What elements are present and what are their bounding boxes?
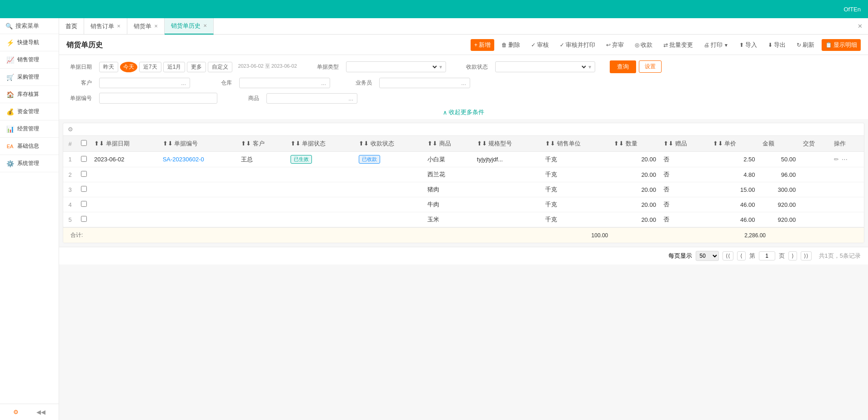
- col-qty: ⬆⬇ 数量: [610, 136, 660, 152]
- date-btn-yesterday[interactable]: 昨天: [99, 62, 118, 72]
- col-num: #: [63, 136, 77, 152]
- sidebar-item-inventory[interactable]: 🏠 库存核算: [0, 86, 59, 103]
- customer-picker-icon[interactable]: ...: [181, 80, 186, 86]
- date-filter-group: 昨天 今天 近7天 近1月 更多 自定义 2023-06-02 至 2023-0…: [99, 62, 297, 72]
- row-doc-status: [287, 167, 356, 182]
- sidebar-item-label: 基础信息: [17, 142, 39, 150]
- doc-type-select-wrapper: ▼: [346, 61, 446, 72]
- payment-status-dropdown-icon: ▼: [587, 65, 592, 70]
- tab-sales-history[interactable]: 销货单历史 ✕: [165, 18, 214, 35]
- col-checkbox: [77, 136, 90, 152]
- row-goods: 西兰花: [424, 167, 473, 182]
- export-button[interactable]: ⬇ 导出: [764, 39, 789, 51]
- close-tab-sales-order[interactable]: ✕: [117, 24, 120, 29]
- date-btn-7days[interactable]: 近7天: [139, 62, 161, 72]
- last-page-button[interactable]: ⟩⟩: [801, 251, 812, 260]
- row-doc-no: [159, 167, 237, 182]
- sales-icon: 📈: [6, 56, 14, 64]
- import-button[interactable]: ⬆ 导入: [736, 39, 761, 51]
- row-goods: 猪肉: [424, 182, 473, 197]
- first-page-button[interactable]: ⟨⟨: [722, 251, 733, 260]
- row-checkbox-cell: [77, 212, 90, 227]
- refresh-icon: ↻: [797, 42, 801, 48]
- doc-type-select[interactable]: [349, 63, 438, 70]
- row-gift: 否: [660, 212, 709, 227]
- doc-no-link[interactable]: SA-20230602-0: [163, 156, 204, 163]
- col-doc-status: ⬆⬇ 单据状态: [287, 136, 356, 152]
- more-icon[interactable]: ⋯: [842, 156, 848, 163]
- search-menu-item[interactable]: 🔍 搜索菜单: [0, 18, 59, 34]
- date-btn-1month[interactable]: 近1月: [163, 62, 186, 72]
- batch-change-button[interactable]: ⇄ 批量变更: [660, 39, 697, 51]
- date-btn-custom[interactable]: 自定义: [208, 62, 232, 72]
- audit-print-button[interactable]: ✓ 审核并打印: [556, 39, 599, 51]
- close-tab-sales-delivery[interactable]: ✕: [154, 24, 158, 29]
- row-checkbox[interactable]: [81, 201, 87, 207]
- sidebar-item-system[interactable]: ⚙️ 系统管理: [0, 155, 59, 172]
- sidebar-item-label: 采购管理: [17, 73, 39, 81]
- query-button[interactable]: 查询: [610, 60, 636, 73]
- date-range-text-container: 2023-06-02 至 2023-06-02: [238, 62, 297, 70]
- collapse-filter-button[interactable]: ∧ 收起更多条件: [443, 108, 484, 116]
- sidebar-item-finance[interactable]: 💰 资金管理: [0, 103, 59, 120]
- sidebar-item-purchase-mgmt[interactable]: 🛒 采购管理: [0, 69, 59, 86]
- total-records-label: 共1页，5条记录: [819, 252, 861, 260]
- prev-page-button[interactable]: ⟨: [737, 251, 746, 260]
- abandon-button[interactable]: ↩ 弃审: [602, 39, 627, 51]
- customer-input[interactable]: [103, 80, 179, 86]
- app-title: OfTEn: [843, 6, 861, 13]
- tab-sales-delivery[interactable]: 销货单 ✕: [127, 18, 165, 35]
- sidebar-item-quick-nav[interactable]: ⚡ 快捷导航: [0, 34, 59, 51]
- filter-row-2: 客户 ... 仓库 ... 业务员 ...: [66, 78, 861, 88]
- audit-button[interactable]: ✓ 审核: [527, 39, 552, 51]
- collapse-sidebar-icon[interactable]: ◀◀: [36, 409, 45, 415]
- payment-status-select[interactable]: [498, 63, 587, 70]
- sidebar-item-operations[interactable]: 📊 经营管理: [0, 120, 59, 138]
- refresh-button[interactable]: ↻ 刷新: [793, 39, 818, 51]
- salesperson-picker-icon[interactable]: ...: [461, 80, 466, 86]
- next-page-button[interactable]: ⟩: [788, 251, 797, 260]
- settings-bottom-icon[interactable]: ⚙: [13, 409, 19, 415]
- sidebar-item-basic-info[interactable]: EA 基础信息: [0, 138, 59, 155]
- doc-number-input[interactable]: [99, 93, 217, 104]
- table-settings-icon[interactable]: ⚙: [68, 126, 73, 133]
- tab-sales-order[interactable]: 销售订单 ✕: [84, 18, 127, 35]
- summary-label: 合计:: [70, 231, 83, 239]
- row-checkbox[interactable]: [81, 171, 87, 177]
- date-btn-today[interactable]: 今天: [120, 62, 137, 72]
- close-all-tabs[interactable]: ✕: [852, 23, 868, 30]
- row-doc-no: [159, 182, 237, 197]
- edit-icon[interactable]: ✏: [834, 156, 839, 163]
- row-checkbox[interactable]: [81, 156, 87, 162]
- quick-nav-icon: ⚡: [6, 39, 14, 46]
- tab-home[interactable]: 首页: [59, 18, 84, 35]
- row-doc-status: [287, 197, 356, 212]
- warehouse-picker-icon[interactable]: ...: [321, 80, 326, 86]
- goods-picker-icon[interactable]: ...: [348, 95, 353, 102]
- basic-info-icon: EA: [6, 144, 14, 149]
- select-all-checkbox[interactable]: [81, 140, 87, 146]
- warehouse-input[interactable]: [243, 80, 319, 86]
- current-page-input[interactable]: [759, 251, 775, 260]
- date-btn-more[interactable]: 更多: [187, 62, 206, 72]
- show-detail-button[interactable]: 📋 显示明细: [822, 39, 861, 51]
- goods-input[interactable]: [271, 95, 346, 101]
- settings-button[interactable]: 设置: [639, 60, 662, 73]
- close-tab-sales-history[interactable]: ✕: [203, 23, 207, 28]
- row-checkbox[interactable]: [81, 216, 87, 222]
- sidebar-item-sales-mgmt[interactable]: 📈 销售管理: [0, 51, 59, 69]
- system-icon: ⚙️: [6, 160, 14, 167]
- row-doc-status: [287, 182, 356, 197]
- data-table: # ⬆⬇ 单据日期 ⬆⬇ 单据编号: [63, 136, 864, 227]
- page-size-select[interactable]: 50 100: [696, 251, 719, 261]
- filter-row-3: 单据编号 商品 ...: [66, 93, 861, 104]
- delete-button[interactable]: 🗑 删除: [498, 39, 524, 51]
- row-actions: ✏ ⋯: [834, 156, 860, 163]
- row-checkbox[interactable]: [81, 186, 87, 192]
- new-button[interactable]: + 新增: [471, 39, 494, 51]
- row-goods: 牛肉: [424, 197, 473, 212]
- print-button[interactable]: 🖨 打印 ▼: [700, 39, 732, 51]
- row-customer: [237, 182, 287, 197]
- collect-button[interactable]: ◎ 收款: [631, 39, 656, 51]
- salesperson-input[interactable]: [383, 80, 459, 86]
